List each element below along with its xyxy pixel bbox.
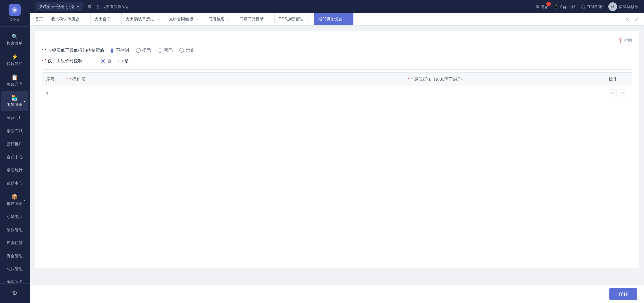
sidebar-item-label: 快捷导航 xyxy=(7,61,23,67)
sidebar-item-quick-nav[interactable]: ⚡ 快捷导航 xyxy=(1,50,28,70)
tab-payment-board[interactable]: 支出合同看板 × xyxy=(165,13,204,26)
manual-control-radio-group: 否 是 xyxy=(101,58,129,64)
tab-min-discount-setting-close[interactable]: × xyxy=(344,17,349,22)
tab-payment-contract[interactable]: 支出合同 × xyxy=(91,13,122,26)
tab-income-history[interactable]: 收入确认单历史 × xyxy=(47,13,91,26)
tab-pos-security-close[interactable]: × xyxy=(305,17,310,22)
retail-management-icon: 🏪 xyxy=(11,95,18,101)
sidebar-logo: 专业版 xyxy=(0,0,30,27)
quick-nav-icon: ⚡ xyxy=(11,54,18,60)
tab-store-file-close[interactable]: × xyxy=(226,17,231,22)
search-menu-icon: 🔍 xyxy=(11,33,18,40)
sidebar-item-retail-management[interactable]: 🏪 零售管理 xyxy=(1,91,28,111)
sidebar-item-search-menu[interactable]: 🔍 搜索菜单 xyxy=(1,30,28,50)
avatar: 徐 xyxy=(608,2,617,11)
radio-prompt[interactable]: 提示 xyxy=(136,47,151,53)
tab-home-label: 首页 xyxy=(35,16,43,22)
tab-min-discount-setting[interactable]: 最低折扣设置 × xyxy=(314,13,354,26)
sidebar-item-label: 零售商城 xyxy=(7,128,23,134)
tabs-close-button[interactable]: ✕ xyxy=(624,15,631,23)
action-buttons: ✏ 🗑 xyxy=(609,89,628,97)
sidebar-item-invoice-management[interactable]: 发票管理 xyxy=(1,276,28,283)
tab-income-history-close[interactable]: × xyxy=(82,17,86,22)
sidebar-item-label: 资金管理 xyxy=(7,253,23,259)
sidebar-item-retail-stats[interactable]: 零售统计 xyxy=(1,164,28,176)
sidebar-item-label: 营销推广 xyxy=(7,141,23,147)
sidebar-item-member-center[interactable]: 会员中心 xyxy=(1,151,28,163)
sidebar-item-ecommerce[interactable]: 小畅电商 xyxy=(1,211,28,223)
demo-icon: ◎ xyxy=(96,4,100,9)
tabs-expand-button[interactable]: ⤢ xyxy=(633,15,640,23)
cell-min-discount xyxy=(404,86,605,101)
discount-table: 序号 * * 操作员 * * 最低折扣（9.00等于9折） 操作 xyxy=(42,72,632,101)
app-download-label: App下载 xyxy=(560,4,575,10)
cashier-control-label: * * 收银员低于最低折扣控制策略 xyxy=(42,47,104,53)
sidebar-item-label: 库存核算 xyxy=(7,240,23,246)
sidebar-item-inventory[interactable]: 库存核算 xyxy=(1,237,28,249)
tab-store-product-catalog-label: 门店商品目录 xyxy=(239,16,264,22)
user-profile-button[interactable]: 徐 徐泽华修改 xyxy=(608,2,639,11)
tab-home[interactable]: 首页 xyxy=(31,13,47,26)
content-card: ❓ 帮助 * * 收银员低于最低折扣控制策略 不控制 xyxy=(35,31,639,268)
sidebar-menu: 🔍 搜索菜单 ⚡ 快捷导航 📋 项目合同 🏪 零售管理 智营门店 零售商城 营销… xyxy=(0,27,30,283)
user-name: 徐泽华修改 xyxy=(619,4,639,10)
topbar-demo-button[interactable]: ◎ 我要看实例演示 xyxy=(96,4,130,10)
cell-action: ✏ 🗑 xyxy=(605,86,632,101)
tab-payment-board-label: 支出合同看板 xyxy=(169,16,193,22)
tab-store-file[interactable]: 门店档案 × xyxy=(204,13,235,26)
tab-payment-board-close[interactable]: × xyxy=(195,17,200,22)
footer-bar: 保存 xyxy=(30,285,644,303)
tab-payment-contract-close[interactable]: × xyxy=(113,17,117,22)
sidebar-item-label: 智营门店 xyxy=(7,115,23,121)
tab-payment-confirm-history-close[interactable]: × xyxy=(156,17,161,22)
edit-button[interactable]: ✏ xyxy=(609,89,617,97)
sidebar-item-label: 搜索菜单 xyxy=(7,41,23,46)
topbar-gear-button[interactable]: ⚙ xyxy=(87,4,92,10)
sidebar-item-project-contract[interactable]: 📋 项目合同 xyxy=(1,71,28,91)
customer-service-button[interactable]: 🎧 在线客服 xyxy=(581,4,603,10)
tab-store-file-label: 门店档案 xyxy=(208,16,224,22)
radio-forbid[interactable]: 禁止 xyxy=(179,47,195,53)
logo-icon xyxy=(9,4,21,16)
col-header-action: 操作 xyxy=(605,73,632,86)
batch-management-icon: 📦 xyxy=(11,194,18,200)
radio-password[interactable]: 密码 xyxy=(158,47,173,53)
tab-payment-confirm-history[interactable]: 支出确认单历史 × xyxy=(122,13,165,26)
app-download-button[interactable]: 📱 App下载 xyxy=(554,4,575,10)
project-dropdown-icon: ▼ xyxy=(76,5,80,9)
sidebar: 专业版 🔍 搜索菜单 ⚡ 快捷导航 📋 项目合同 🏪 零售管理 智营门店 零售商… xyxy=(0,0,30,303)
help-link[interactable]: ❓ 帮助 xyxy=(618,38,632,43)
radio-manual-no[interactable]: 否 xyxy=(101,58,111,64)
tab-store-product-catalog[interactable]: 门店商品目录 × xyxy=(235,13,275,26)
sidebar-item-label: 会员中心 xyxy=(7,154,23,160)
sidebar-item-label: 小畅电商 xyxy=(7,214,23,220)
manual-control-label: * * 仅手工改价时控制 xyxy=(42,58,95,64)
sidebar-item-label: 项目合同 xyxy=(7,82,23,87)
table-row: 1 ✏ 🗑 xyxy=(42,86,632,101)
message-button[interactable]: ✉ 消息 8 xyxy=(536,4,548,10)
radio-manual-yes[interactable]: 是 xyxy=(118,58,129,64)
topbar-right: ✉ 消息 8 📱 App下载 🎧 在线客服 徐 徐泽华修改 xyxy=(536,2,639,11)
tab-store-product-catalog-close[interactable]: × xyxy=(266,17,270,22)
sidebar-item-batch-management[interactable]: 📦 批发管理 xyxy=(1,190,28,210)
help-label: 帮助 xyxy=(624,38,632,43)
topbar-project-selector[interactable]: 测试分开完程-小兔 ▼ xyxy=(35,2,83,11)
message-badge: 8 xyxy=(546,2,551,6)
delete-button[interactable]: 🗑 xyxy=(619,89,627,97)
tab-pos-security[interactable]: POS加密管理 × xyxy=(275,13,314,26)
save-button[interactable]: 保存 xyxy=(609,288,637,300)
sidebar-settings-button[interactable]: ⚙ xyxy=(9,287,20,300)
sidebar-item-marketing[interactable]: 营销推广 xyxy=(1,138,28,150)
sidebar-item-general-ledger[interactable]: 总账管理 xyxy=(1,263,28,275)
sidebar-item-purchase-management[interactable]: 采购管理 xyxy=(1,224,28,236)
manual-control-row: * * 仅手工改价时控制 否 是 xyxy=(42,58,632,64)
radio-no-control[interactable]: 不控制 xyxy=(110,47,129,53)
customer-service-label: 在线客服 xyxy=(587,4,603,10)
sidebar-item-label: 零售管理 xyxy=(7,102,23,108)
sidebar-item-help-center[interactable]: 帮助中心 xyxy=(1,177,28,190)
sidebar-item-retail-mall[interactable]: 零售商城 xyxy=(1,125,28,137)
sidebar-item-smart-store[interactable]: 智营门店 xyxy=(1,112,28,124)
sidebar-item-label: 采购管理 xyxy=(7,227,23,233)
sidebar-item-capital-management[interactable]: 资金管理 xyxy=(1,250,28,262)
help-icon: ❓ xyxy=(618,38,623,43)
